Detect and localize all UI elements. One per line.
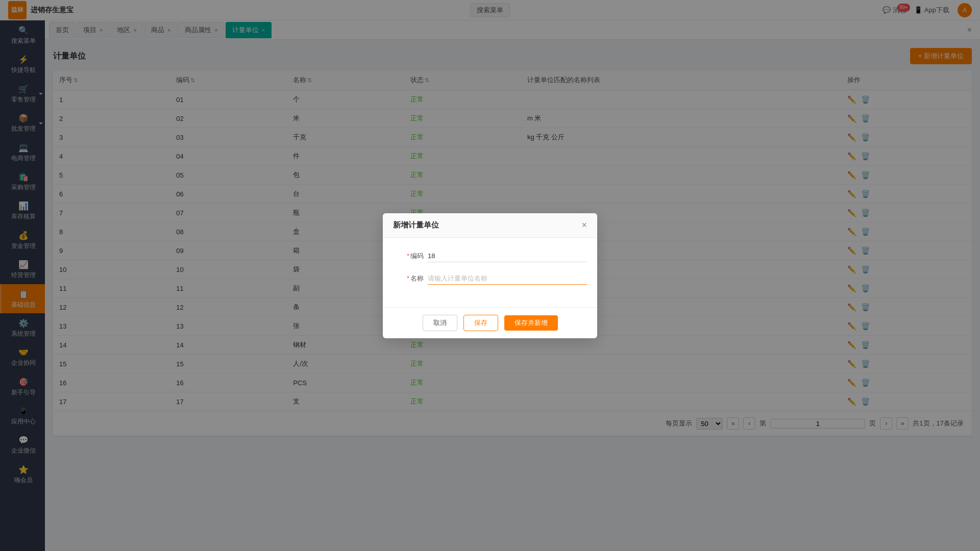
modal-footer: 取消 保存 保存并新增 xyxy=(383,307,597,338)
name-input[interactable] xyxy=(428,272,587,285)
code-label: *编码 xyxy=(393,252,424,261)
modal-close-button[interactable]: × xyxy=(581,220,587,230)
save-button[interactable]: 保存 xyxy=(463,315,498,331)
modal-title: 新增计量单位 xyxy=(393,220,439,230)
save-and-new-button[interactable]: 保存并新增 xyxy=(504,315,558,331)
cancel-button[interactable]: 取消 xyxy=(423,315,457,331)
form-row-code: *编码 xyxy=(393,250,587,262)
name-label: *名称 xyxy=(393,274,424,283)
modal-overlay: 新增计量单位 × *编码 *名称 取消 保存 保存并新增 xyxy=(0,0,980,551)
modal-header: 新增计量单位 × xyxy=(383,213,597,238)
code-input[interactable] xyxy=(428,250,587,262)
form-row-name: *名称 xyxy=(393,272,587,285)
modal-body: *编码 *名称 xyxy=(383,238,597,307)
add-unit-modal: 新增计量单位 × *编码 *名称 取消 保存 保存并新增 xyxy=(383,213,597,338)
